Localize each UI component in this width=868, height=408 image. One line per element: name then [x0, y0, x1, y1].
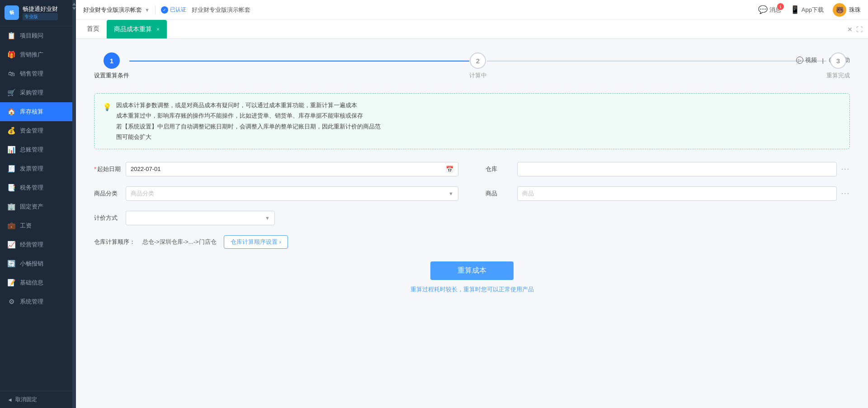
app-download-button[interactable]: 📱 App下载: [790, 5, 824, 14]
sidebar-item-assets[interactable]: 🏢 固定资产: [0, 197, 72, 216]
warehouse-order-value: 总仓->深圳仓库->...->门店仓: [142, 238, 217, 246]
step-2-number: 2: [476, 57, 480, 65]
warehouse-label: 仓库: [486, 165, 513, 173]
product-input[interactable]: 商品: [517, 186, 837, 201]
verified-text: 已认证: [170, 6, 186, 14]
sidebar-item-label-expense: 小畅报销: [20, 260, 43, 268]
step-1-number: 1: [110, 57, 113, 65]
sidebar-item-finance[interactable]: 💰 资金管理: [0, 121, 72, 140]
sidebar-item-label-inventory: 库存核算: [20, 108, 43, 116]
invoice-icon: 🧾: [7, 165, 15, 173]
notice-line-2: 成本重算过中，影响库存账的操作均不能操作，比如进货单、销货单、库存单据不能审核或…: [116, 110, 381, 121]
step-3-number: 3: [836, 57, 840, 65]
sidebar-item-expense[interactable]: 🔄 小畅报销: [0, 254, 72, 273]
warehouse-input[interactable]: [517, 162, 837, 176]
page-content: 1 设置重算条件 2 计算中 3 重算完成 ▷: [76, 39, 868, 408]
topbar-divider: [155, 5, 156, 14]
warehouse-order-row: 仓库计算顺序： 总仓->深圳仓库->...->门店仓 仓库计算顺序设置 ›: [94, 235, 850, 249]
tab-close-icon[interactable]: ×: [156, 26, 160, 33]
tax-icon: 📑: [7, 184, 15, 192]
tab-controls: ✕ ⛶: [847, 20, 868, 38]
app-title: 畅捷通好业财: [23, 5, 58, 13]
warehouse-dots-btn[interactable]: ···: [841, 165, 850, 173]
step-3: 3 重算完成: [826, 52, 850, 80]
start-date-input[interactable]: 2022-07-01 📅: [126, 162, 458, 176]
pricing-label: 计价方式: [94, 214, 121, 222]
sidebar-item-tax[interactable]: 📑 税务管理: [0, 178, 72, 197]
sales-icon: 🛍: [7, 70, 15, 78]
tab-expand-icon[interactable]: ⛶: [856, 26, 863, 33]
sidebar-nav: 📋 项目顾问 🎁 营销推广 🛍 销售管理 🛒 采购管理 🏠 库存核算 💰 资金管…: [0, 26, 72, 391]
category-label: 商品分类: [94, 190, 121, 198]
topbar: 好业财专业版演示帐套 ▼ ✓ 已认证 好业财专业版演示帐套 💬 消息 1 📱 A…: [76, 0, 868, 20]
sidebar-item-marketing[interactable]: 🎁 营销推广: [0, 45, 72, 64]
stepper: 1 设置重算条件 2 计算中 3 重算完成 ▷: [94, 52, 850, 80]
user-avatar: 🐻: [833, 3, 846, 17]
account-selector[interactable]: 好业财专业版演示帐套 ▼: [83, 6, 150, 14]
sidebar-item-inventory[interactable]: 🏠 库存核算: [0, 102, 72, 121]
start-date-label: *起始日期: [94, 165, 121, 173]
sidebar-item-invoice[interactable]: 🧾 发票管理: [0, 159, 72, 178]
sidebar-title-area: 畅捷通好业财 专业版: [23, 5, 58, 20]
sidebar-item-payroll[interactable]: 💼 工资: [0, 216, 72, 235]
calendar-icon[interactable]: 📅: [446, 166, 453, 173]
notification-button[interactable]: 💬 消息 1: [758, 5, 781, 14]
notification-count-badge: 1: [777, 3, 784, 10]
sidebar-item-base[interactable]: 📝 基础信息: [0, 273, 72, 292]
warehouse-order-settings-button[interactable]: 仓库计算顺序设置 ›: [224, 235, 288, 249]
sidebar-item-accounting[interactable]: 📊 总账管理: [0, 140, 72, 159]
category-field: 商品分类 商品分类 ▼: [94, 186, 458, 201]
sidebar-item-label-operations: 经营管理: [20, 241, 43, 249]
form-row-1: *起始日期 2022-07-01 📅 仓库 ···: [94, 162, 850, 176]
step-1-circle: 1: [104, 52, 120, 69]
notice-line-3: 若【系统设置】中启用了自动调整记账日期时，会调整入库单的整单记账日期，因此重新计…: [116, 121, 381, 132]
submit-btn-label: 重算成本: [458, 266, 486, 274]
tabbar: 首页 商品成本重算 × ✕ ⛶: [76, 20, 868, 39]
sidebar-item-label-system: 系统管理: [20, 298, 43, 306]
operations-icon: 📈: [7, 241, 15, 249]
notice-bulb-icon: 💡: [103, 101, 112, 142]
logo-text: 畅: [9, 9, 14, 16]
finance-icon: 💰: [7, 127, 15, 135]
form-row-3: 计价方式 ▼: [94, 211, 275, 225]
purchase-icon: 🛒: [7, 89, 15, 97]
tab-home-label: 首页: [87, 25, 99, 33]
scroll-up-arrow[interactable]: [72, 3, 76, 5]
sidebar-item-system[interactable]: ⚙ 系统管理: [0, 292, 72, 311]
video-link[interactable]: ▷ 视频: [796, 56, 817, 64]
sidebar-item-operations[interactable]: 📈 经营管理: [0, 235, 72, 254]
notice-line-1: 因成本计算参数调整，或是对商品成本有疑问时，可以通过成本重算功能，重新计算一遍成…: [116, 100, 381, 110]
step-3-circle: 3: [830, 52, 846, 69]
product-dots-btn[interactable]: ···: [841, 190, 850, 198]
pricing-select[interactable]: ▼: [126, 211, 275, 225]
tab-home[interactable]: 首页: [80, 20, 107, 38]
sidebar-item-label-assets: 固定资产: [20, 203, 43, 211]
base-icon: 📝: [7, 279, 15, 287]
sidebar-item-project[interactable]: 📋 项目顾问: [0, 26, 72, 45]
warehouse-field: 仓库 ···: [486, 162, 850, 176]
sidebar-item-label-payroll: 工资: [20, 222, 32, 230]
sidebar-footer[interactable]: ◄ 取消固定: [0, 391, 72, 408]
payroll-icon: 💼: [7, 222, 15, 230]
category-select[interactable]: 商品分类 ▼: [126, 186, 458, 201]
scroll-down-arrow[interactable]: [72, 7, 76, 10]
sidebar-item-label-marketing: 营销推广: [20, 51, 43, 59]
mobile-icon: 📱: [790, 5, 800, 14]
pricing-field: 计价方式 ▼: [94, 211, 275, 225]
submit-hint: 重算过程耗时较长，重算时您可以正常使用产品: [410, 285, 534, 294]
user-area[interactable]: 🐻 珠珠: [833, 3, 861, 17]
submit-button[interactable]: 重算成本: [430, 261, 514, 280]
assets-icon: 🏢: [7, 203, 15, 211]
sidebar-item-purchase[interactable]: 🛒 采购管理: [0, 83, 72, 102]
sidebar-header: 畅 畅捷通好业财 专业版: [0, 0, 72, 26]
tab-close-window-icon[interactable]: ✕: [847, 26, 853, 33]
warehouse-order-label: 仓库计算顺序：: [94, 238, 135, 246]
sidebar-item-sales[interactable]: 🛍 销售管理: [0, 64, 72, 83]
tab-cost-recalc[interactable]: 商品成本重算 ×: [107, 20, 167, 38]
step-1-label: 设置重算条件: [94, 71, 129, 80]
sidebar: 畅 畅捷通好业财 专业版 📋 项目顾问 🎁 营销推广 🛍 销售管理 🛒 采购管理…: [0, 0, 72, 408]
main-area: 好业财专业版演示帐套 ▼ ✓ 已认证 好业财专业版演示帐套 💬 消息 1 📱 A…: [76, 0, 868, 408]
step-1: 1 设置重算条件: [94, 52, 129, 80]
inventory-icon: 🏠: [7, 108, 15, 116]
topbar-right: 💬 消息 1 📱 App下载 🐻 珠珠: [758, 3, 861, 17]
